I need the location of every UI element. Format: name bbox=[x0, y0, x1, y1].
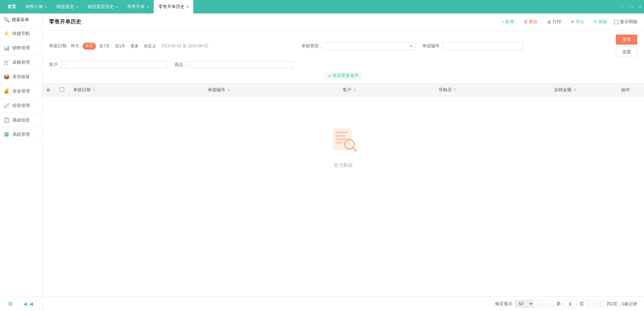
sidebar-item-label: 销售管理 bbox=[12, 45, 30, 51]
business-icon: 📈 bbox=[3, 103, 10, 109]
sidebar-item-sales-mgmt[interactable]: 📊 销售管理 bbox=[0, 41, 42, 55]
sort-bill-no-icon[interactable]: ⇅ bbox=[227, 88, 230, 92]
tab-home-label: 首页 bbox=[7, 4, 16, 10]
th-date: 单据日期 ⇅ bbox=[69, 84, 204, 97]
date-btn-yesterday[interactable]: 昨天 bbox=[69, 43, 81, 50]
goods-select[interactable]: ··· bbox=[186, 61, 293, 68]
page-label: 第 bbox=[556, 301, 561, 307]
total-text: 共0页，0条记录 bbox=[606, 301, 637, 307]
goods-ellipsis: ··· bbox=[189, 62, 193, 67]
window-controls: － □ × bbox=[620, 4, 641, 10]
close-icon[interactable]: × bbox=[45, 5, 47, 9]
th-customer-label: 客户 bbox=[343, 87, 351, 92]
close-icon[interactable]: × bbox=[187, 5, 189, 9]
sidebar-item-business[interactable]: 📈 经营管理 bbox=[0, 99, 42, 113]
show-detail-checkbox[interactable] bbox=[614, 20, 618, 24]
bill-no-input[interactable] bbox=[442, 42, 523, 50]
sidebar-item-system[interactable]: ⚙️ 系统管理 bbox=[0, 127, 42, 142]
svg-point-7 bbox=[347, 142, 350, 145]
tab-home[interactable]: 首页 bbox=[3, 0, 21, 13]
close-button[interactable]: × bbox=[639, 4, 641, 9]
show-detail-checkbox-label[interactable]: 显示明细 bbox=[614, 19, 637, 25]
th-gear: ⚙ bbox=[42, 84, 56, 97]
sidebar-search[interactable]: 🔍 搜索采单 bbox=[0, 13, 42, 27]
quick-nav-icon: ⚡ bbox=[3, 31, 10, 37]
th-checkbox bbox=[56, 84, 69, 97]
sidebar-item-label: 经营管理 bbox=[12, 103, 30, 109]
sort-customer-icon[interactable]: ⇅ bbox=[353, 88, 356, 92]
sidebar-item-finance[interactable]: 💰 资金管理 bbox=[0, 84, 42, 99]
minimize-button[interactable]: － bbox=[620, 4, 625, 10]
svg-rect-2 bbox=[335, 135, 345, 137]
data-table: ⚙ 单据日期 ⇅ 单据编号 ⇅ bbox=[42, 84, 644, 97]
close-icon[interactable]: × bbox=[76, 5, 78, 9]
tab-sales-order[interactable]: 销售订单 × bbox=[21, 0, 52, 13]
toolbar: + 新增 🗑 删除 🖨 打印 ➤ 导出 ↻ 刷新 显示明细 bbox=[499, 17, 637, 26]
th-amount-label: 实销金额 bbox=[554, 87, 572, 92]
bill-type-select[interactable]: ▾ bbox=[321, 42, 415, 50]
tab-sales-return-history[interactable]: 销货退货历史 × bbox=[83, 0, 122, 13]
query-button[interactable]: 查询 bbox=[616, 35, 637, 45]
collapse-sidebar-icon[interactable]: ◄◄ bbox=[22, 301, 34, 308]
date-range-text: 2023-06-02 至 2023-06-02 bbox=[161, 43, 208, 49]
tab-sales-return[interactable]: 销货退货 × bbox=[52, 0, 83, 13]
th-amount: 实销金额 ⇅ bbox=[550, 84, 617, 97]
customer-label: 客户 bbox=[49, 62, 58, 68]
select-all-checkbox[interactable] bbox=[60, 87, 64, 92]
svg-rect-1 bbox=[335, 132, 348, 133]
content-area: 零售开单历史 + 新增 🗑 删除 🖨 打印 ➤ 导出 ↻ 刷新 显示明细 单据日… bbox=[42, 13, 644, 311]
gear-icon[interactable]: ⚙ bbox=[46, 88, 50, 93]
system-icon: ⚙️ bbox=[3, 132, 10, 138]
sidebar-item-inventory[interactable]: 📦 库存核算 bbox=[0, 70, 42, 84]
sort-date-icon[interactable]: ⇅ bbox=[93, 88, 96, 92]
finance-icon: 💰 bbox=[3, 88, 10, 94]
empty-illustration bbox=[327, 123, 360, 157]
first-page-button[interactable]: ⟨⟨ bbox=[537, 300, 545, 307]
sidebar-item-label: 资金管理 bbox=[12, 88, 30, 94]
date-btn-today[interactable]: 今天 bbox=[83, 43, 96, 50]
filter-row-1: 单据日期 昨天 今天 近7天 近1月 更多 自定义 2023-06-02 至 2… bbox=[49, 35, 637, 57]
print-button[interactable]: 🖨 打印 bbox=[544, 17, 564, 26]
customer-select[interactable]: ··· bbox=[60, 61, 168, 68]
top-tabbar: 首页 销售订单 × 销货退货 × 销货退货历史 × 零售开单 × 零售开单历史 … bbox=[0, 0, 644, 13]
page-size-label: 每页显示 bbox=[495, 301, 512, 307]
close-icon[interactable]: × bbox=[147, 5, 149, 9]
sidebar-item-purchase-mgmt[interactable]: 🛒 采购管理 bbox=[0, 55, 42, 70]
tab-retail-open-history-label: 零售开单历史 bbox=[158, 4, 185, 10]
sort-amount-icon[interactable]: ⇅ bbox=[574, 88, 577, 92]
prev-page-button[interactable]: ⟨ bbox=[547, 300, 554, 307]
chevron-down-icon: ▾ bbox=[410, 44, 412, 49]
date-btn-1month[interactable]: 近1月 bbox=[113, 43, 128, 50]
last-page-button[interactable]: ⟩⟩ bbox=[596, 300, 604, 307]
sidebar-nav: ⚡ 快捷导航 📊 销售管理 🛒 采购管理 📦 库存核算 💰 资金管理 📈 bbox=[0, 27, 42, 297]
sort-salesperson-icon[interactable]: ⇅ bbox=[454, 88, 457, 92]
sidebar-item-basic-info[interactable]: 📋 基础信息 bbox=[0, 113, 42, 127]
add-button[interactable]: + 新增 bbox=[499, 17, 516, 26]
th-date-label: 单据日期 bbox=[73, 87, 91, 92]
date-quick-btns: 昨天 今天 近7天 近1月 更多 自定义 bbox=[69, 43, 158, 50]
page-header: 零售开单历史 + 新增 🗑 删除 🖨 打印 ➤ 导出 ↻ 刷新 显示明细 bbox=[42, 13, 644, 31]
next-page-button[interactable]: ⟩ bbox=[587, 300, 593, 307]
filter-goods: 商品 ··· bbox=[175, 61, 293, 68]
tab-retail-open-history[interactable]: 零售开单历史 × bbox=[154, 0, 193, 13]
settings-button[interactable]: 设置 bbox=[616, 47, 637, 57]
th-bill-no: 单据编号 ⇅ bbox=[204, 84, 338, 97]
sidebar-item-quick-nav[interactable]: ⚡ 快捷导航 bbox=[0, 27, 42, 41]
page-unit: 页 bbox=[580, 301, 584, 307]
date-btn-custom[interactable]: 自定义 bbox=[142, 43, 158, 50]
bill-no-label: 单据编号 bbox=[422, 43, 440, 49]
tab-sales-return-history-label: 销货退货历史 bbox=[88, 4, 114, 10]
collapse-filter-button[interactable]: ∧ 收起更多条件 bbox=[324, 72, 363, 79]
export-button[interactable]: ➤ 导出 bbox=[568, 17, 587, 26]
page-size-select[interactable]: 10 20 50 100 bbox=[515, 300, 534, 308]
table-header: ⚙ 单据日期 ⇅ 单据编号 ⇅ bbox=[42, 84, 644, 97]
delete-button[interactable]: 🗑 删除 bbox=[521, 17, 541, 26]
close-icon[interactable]: × bbox=[116, 5, 118, 9]
date-btn-more[interactable]: 更多 bbox=[129, 43, 141, 50]
tab-retail-open[interactable]: 零售开单 × bbox=[122, 0, 153, 13]
maximize-button[interactable]: □ bbox=[630, 4, 633, 9]
page-number-input[interactable] bbox=[563, 300, 577, 307]
refresh-button[interactable]: ↻ 刷新 bbox=[591, 17, 610, 26]
settings-icon[interactable]: ⚙ bbox=[8, 300, 13, 308]
date-btn-7days[interactable]: 近7天 bbox=[97, 43, 112, 50]
